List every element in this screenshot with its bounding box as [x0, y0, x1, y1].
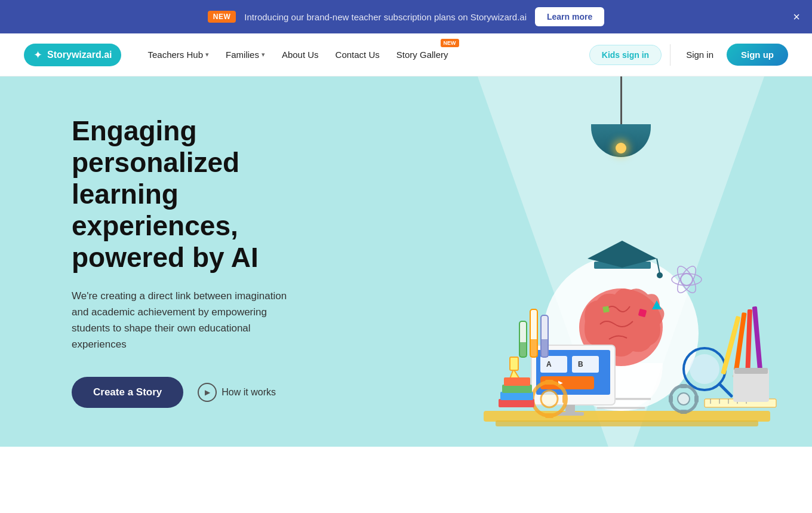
svg-rect-61 [504, 377, 530, 386]
nav-item-contact-us[interactable]: Contact Us [328, 45, 387, 64]
banner-text: Introducing our brand-new teacher subscr… [244, 12, 527, 22]
nav-auth: Kids sign in Sign in Sign up [589, 44, 788, 66]
svg-rect-24 [530, 339, 537, 357]
nav-item-about-us[interactable]: About Us [275, 45, 326, 64]
svg-rect-56 [669, 395, 673, 403]
nav-item-teachers-hub[interactable]: Teachers Hub ▾ [140, 45, 216, 64]
svg-rect-0 [484, 411, 770, 422]
svg-point-9 [657, 272, 663, 278]
lamp [591, 76, 651, 157]
lamp-shade [591, 124, 651, 157]
svg-rect-40 [733, 369, 769, 402]
svg-rect-55 [680, 410, 687, 414]
kids-signin-button[interactable]: Kids sign in [589, 45, 662, 65]
hero-illustration: A B ▶ [430, 76, 812, 447]
svg-rect-64 [602, 306, 610, 313]
signup-button[interactable]: Sign up [727, 44, 788, 66]
lamp-bulb [616, 143, 626, 153]
logo-text: Storywizard.ai [47, 50, 112, 60]
page-bottom [0, 447, 812, 483]
story-gallery-new-badge: NEW [441, 39, 459, 47]
svg-rect-59 [500, 392, 533, 400]
svg-rect-33 [752, 306, 763, 378]
hero-illustration-svg: A B ▶ [448, 136, 794, 447]
navbar: ✦ Storywizard.ai Teachers Hub ▾ Families… [0, 33, 812, 76]
svg-rect-41 [734, 368, 768, 374]
nav-item-families[interactable]: Families ▾ [219, 45, 272, 64]
signin-button[interactable]: Sign in [679, 45, 721, 64]
learn-more-button[interactable]: Learn more [535, 7, 604, 26]
svg-rect-14 [572, 356, 599, 373]
svg-rect-32 [745, 309, 752, 378]
svg-rect-49 [545, 413, 553, 418]
svg-rect-23 [519, 342, 527, 357]
play-icon: ▶ [198, 383, 217, 402]
create-story-button[interactable]: Create a Story [72, 377, 183, 408]
nav-item-story-gallery[interactable]: Story Gallery NEW [389, 45, 456, 64]
svg-rect-60 [502, 385, 532, 393]
announcement-banner: NEW Introducing our brand-new teacher su… [0, 0, 812, 33]
hero-actions: Create a Story ▶ How it works [72, 377, 299, 408]
svg-point-47 [541, 391, 558, 407]
hero-content: Engaging personalized learning experienc… [0, 79, 346, 443]
svg-line-28 [719, 384, 731, 396]
nav-links: Teachers Hub ▾ Families ▾ About Us Conta… [140, 45, 589, 64]
svg-text:B: B [578, 360, 583, 368]
nav-divider [670, 44, 670, 66]
svg-rect-58 [499, 399, 534, 407]
logo[interactable]: ✦ Storywizard.ai [24, 44, 121, 66]
svg-rect-1 [496, 420, 758, 426]
how-it-works-button[interactable]: ▶ How it works [198, 383, 276, 402]
svg-rect-48 [545, 380, 553, 385]
svg-rect-12 [540, 356, 567, 373]
svg-rect-25 [541, 339, 548, 357]
svg-point-53 [678, 393, 690, 405]
lamp-cord [620, 76, 622, 124]
hero-title: Engaging personalized learning experienc… [72, 115, 299, 273]
banner-new-badge: NEW [208, 11, 236, 23]
svg-text:A: A [546, 360, 552, 368]
svg-rect-18 [565, 405, 575, 413]
svg-rect-54 [680, 384, 687, 388]
svg-point-29 [690, 354, 719, 384]
close-banner-button[interactable]: × [793, 11, 800, 23]
logo-icon: ✦ [33, 48, 42, 62]
hero-section: Engaging personalized learning experienc… [0, 76, 812, 447]
svg-rect-26 [510, 357, 518, 370]
svg-rect-57 [694, 395, 699, 403]
chevron-down-icon: ▾ [262, 51, 265, 59]
chevron-down-icon: ▾ [205, 51, 209, 59]
hero-subtitle: We're creating a direct link between ima… [72, 288, 299, 353]
svg-rect-51 [562, 395, 567, 403]
